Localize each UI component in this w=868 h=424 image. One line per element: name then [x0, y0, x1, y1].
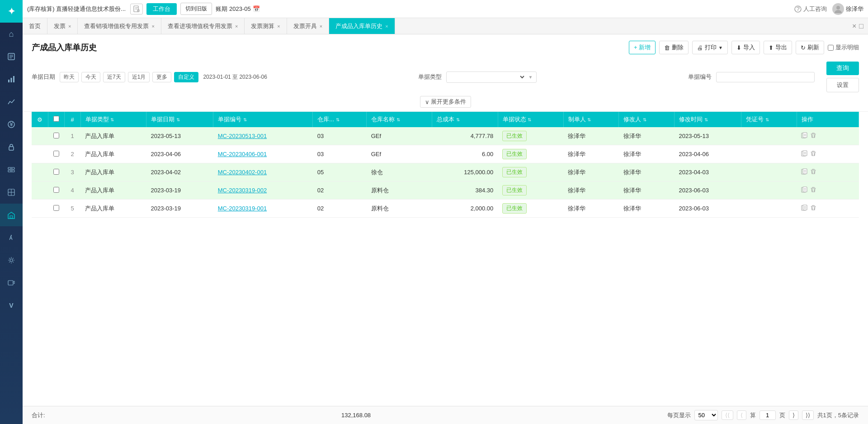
row-delete-button[interactable]	[810, 205, 816, 212]
sidebar-item-settings[interactable]	[0, 249, 23, 272]
row-delete-button[interactable]	[810, 132, 816, 140]
col-voucher[interactable]: 凭证号 ⇅	[741, 112, 797, 127]
workbench-button[interactable]: 工作台	[146, 3, 177, 15]
col-creator[interactable]: 制单人 ⇅	[563, 112, 619, 127]
col-type[interactable]: 单据类型 ⇅	[80, 112, 146, 127]
topbar-right: ? 人工咨询 徐泽华	[794, 3, 863, 15]
sidebar-item-budget[interactable]: ¥	[0, 113, 23, 136]
tab-purchase-vat[interactable]: 查看进项增值税专用发票 ×	[161, 18, 245, 34]
tab-product-stock[interactable]: 产成品入库单历史 ×	[329, 18, 395, 34]
quick-btn-today[interactable]: 今天	[81, 72, 100, 82]
import-button[interactable]: ⬇ 导入	[731, 41, 760, 54]
next-page-button[interactable]: ⟩	[789, 410, 798, 420]
row-checkbox[interactable]	[53, 169, 59, 175]
row-warehouse-code: 03	[313, 127, 367, 145]
number-filter-input[interactable]	[720, 74, 811, 81]
row-number[interactable]: MC-20230406-001	[213, 145, 313, 163]
col-warehouse-name[interactable]: 仓库名称 ⇅	[367, 112, 432, 127]
select-all-checkbox[interactable]	[53, 116, 59, 122]
sidebar-item-warehouse[interactable]	[0, 204, 23, 226]
calendar-icon[interactable]: 📅	[253, 5, 260, 12]
row-checkbox[interactable]	[53, 205, 59, 211]
last-page-button[interactable]: ⟩⟩	[802, 410, 814, 420]
tab-maximize-button[interactable]: □	[859, 22, 863, 30]
quick-btn-yesterday[interactable]: 昨天	[60, 72, 79, 82]
old-version-button[interactable]: 切到旧版	[180, 3, 212, 15]
show-detail-checkbox[interactable]: 显示明细	[828, 43, 859, 52]
row-delete-button[interactable]	[810, 186, 816, 194]
tab-purchase-vat-close-icon[interactable]: ×	[235, 24, 238, 29]
query-button[interactable]: 查询	[826, 62, 859, 75]
row-edit-button[interactable]	[801, 132, 807, 140]
col-status[interactable]: 单据状态 ⇅	[498, 112, 563, 127]
quick-btn-custom[interactable]: 自定义	[174, 72, 198, 82]
doc-icon-btn[interactable]	[130, 4, 143, 14]
new-button[interactable]: + 新增	[629, 41, 656, 54]
row-warehouse-code: 03	[313, 145, 367, 163]
sidebar-item-lock[interactable]	[0, 136, 23, 158]
row-type: 产品入库单	[80, 200, 146, 218]
row-number[interactable]: MC-20230402-001	[213, 163, 313, 181]
row-checkbox[interactable]	[53, 151, 59, 157]
delete-button[interactable]: 🗑 删除	[659, 41, 689, 54]
current-page-input[interactable]	[760, 410, 776, 420]
sidebar-item-version[interactable]: V	[0, 294, 23, 317]
table-row: 1 产品入库单 2023-05-13 MC-20230513-001 03 GE…	[32, 127, 859, 145]
help-button[interactable]: ? 人工咨询	[794, 5, 827, 13]
row-checkbox[interactable]	[53, 133, 59, 138]
col-total-cost[interactable]: 总成本 ⇅	[432, 112, 498, 127]
sidebar-item-docs[interactable]	[0, 45, 23, 68]
first-page-button[interactable]: ⟨⟨	[722, 410, 733, 420]
expand-filter-button[interactable]: ∨ 展开更多条件	[420, 96, 471, 108]
sidebar-item-video[interactable]	[0, 272, 23, 294]
type-filter-select[interactable]	[450, 73, 525, 81]
quick-btn-1month[interactable]: 近1月	[128, 72, 150, 82]
tab-product-stock-close-icon[interactable]: ×	[385, 24, 388, 29]
row-edit-button[interactable]	[801, 150, 807, 158]
row-number[interactable]: MC-20230513-001	[213, 127, 313, 145]
row-edit-button[interactable]	[801, 168, 807, 176]
quick-btn-more[interactable]: 更多	[152, 72, 171, 82]
sidebar-item-archive[interactable]	[0, 158, 23, 181]
set-button[interactable]: 设置	[826, 78, 859, 92]
row-number[interactable]: MC-20230319-002	[213, 181, 313, 200]
sidebar-item-table[interactable]	[0, 181, 23, 204]
print-button[interactable]: 🖨 打印 ▼	[692, 41, 728, 54]
row-edit-button[interactable]	[801, 186, 807, 194]
sidebar-item-home[interactable]: ⌂	[0, 23, 23, 45]
row-status: 已生效	[498, 127, 563, 145]
user-menu[interactable]: 徐泽华	[832, 3, 863, 15]
tab-close-all-button[interactable]: ×	[852, 22, 856, 30]
row-checkbox[interactable]	[53, 187, 59, 193]
page-title: 产成品入库单历史	[32, 42, 97, 53]
col-modify-time[interactable]: 修改时间 ⇅	[675, 112, 741, 127]
company-selector[interactable]: (库存核算) 直播轻捷通信息技术股份... ▼	[27, 5, 127, 13]
row-number[interactable]: MC-20230319-001	[213, 200, 313, 218]
tab-invoice-calc[interactable]: 发票测算 ×	[245, 18, 287, 34]
tab-sales-vat-close-icon[interactable]: ×	[151, 24, 154, 29]
quick-btn-7days[interactable]: 近7天	[103, 72, 125, 82]
col-date[interactable]: 单据日期 ⇅	[146, 112, 213, 127]
page-size-select[interactable]: 20 50 100	[694, 410, 718, 420]
col-number[interactable]: 单据编号 ⇅	[213, 112, 313, 127]
tab-invoice-calc-close-icon[interactable]: ×	[277, 24, 280, 29]
refresh-button[interactable]: ↻ 刷新	[796, 41, 824, 54]
sidebar-item-reports[interactable]	[0, 68, 23, 91]
tab-invoice-close-icon[interactable]: ×	[68, 24, 71, 29]
row-delete-button[interactable]	[810, 150, 816, 158]
prev-page-button[interactable]: ⟨	[737, 410, 746, 420]
col-modifier[interactable]: 修改人 ⇅	[619, 112, 675, 127]
tab-invoice-issue-close-icon[interactable]: ×	[320, 24, 322, 29]
tab-invoice[interactable]: 发票 ×	[47, 18, 78, 34]
sidebar-item-analysis[interactable]	[0, 91, 23, 113]
tab-home[interactable]: 首页	[23, 18, 47, 34]
sidebar-item-stamp[interactable]	[0, 226, 23, 249]
col-settings[interactable]: ⚙	[32, 112, 48, 127]
row-edit-button[interactable]	[801, 205, 807, 212]
export-button[interactable]: ⬆ 导出	[764, 41, 792, 54]
tab-sales-vat[interactable]: 查看销项增值税专用发票 ×	[78, 18, 161, 34]
row-delete-button[interactable]	[810, 168, 816, 176]
col-warehouse-code[interactable]: 仓库... ⇅	[313, 112, 367, 127]
show-detail-input[interactable]	[828, 45, 834, 51]
tab-invoice-issue[interactable]: 发票开具 ×	[287, 18, 329, 34]
